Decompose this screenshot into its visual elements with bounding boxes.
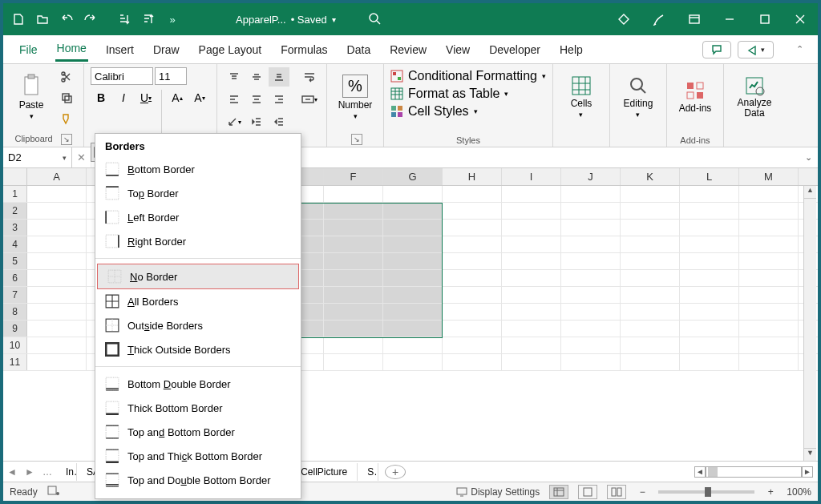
tab-review[interactable]: Review	[388, 38, 428, 61]
cell[interactable]	[621, 236, 680, 252]
cell[interactable]	[621, 203, 680, 219]
macro-record-icon[interactable]	[47, 485, 60, 498]
comments-button[interactable]	[702, 41, 731, 58]
cell[interactable]	[561, 354, 621, 370]
select-all-corner[interactable]	[3, 168, 27, 186]
sort-desc-icon[interactable]	[138, 8, 159, 30]
cell[interactable]	[502, 337, 561, 353]
cell[interactable]	[621, 186, 680, 202]
cell[interactable]	[27, 236, 87, 252]
format-painter-icon[interactable]	[56, 109, 77, 128]
border-none-item[interactable]: No Border	[97, 264, 299, 289]
qat-more-icon[interactable]: »	[162, 8, 183, 30]
title-chevron-icon[interactable]: ▾	[332, 15, 336, 24]
page-break-view-icon[interactable]	[607, 485, 626, 499]
orientation-icon[interactable]: ▾	[224, 112, 245, 131]
col-A[interactable]: A	[27, 168, 87, 185]
cell[interactable]	[443, 253, 502, 269]
cell[interactable]	[680, 270, 739, 286]
cell[interactable]	[561, 287, 621, 303]
cell[interactable]	[324, 270, 383, 286]
sheet-nav-next[interactable]: ►	[21, 466, 38, 478]
cell[interactable]	[680, 236, 739, 252]
cell[interactable]	[561, 321, 621, 337]
zoom-slider[interactable]	[658, 490, 754, 494]
tab-formulas[interactable]: Formulas	[279, 38, 329, 61]
row-header[interactable]: 6	[3, 270, 27, 286]
cell[interactable]	[561, 236, 621, 252]
number-launcher[interactable]: ↘	[351, 134, 362, 145]
cell[interactable]	[27, 253, 87, 269]
cell[interactable]	[324, 354, 383, 370]
format-as-table-button[interactable]: Format as Table▾	[390, 87, 508, 101]
align-middle-icon[interactable]	[246, 67, 267, 87]
cell[interactable]	[324, 203, 383, 219]
align-center-icon[interactable]	[246, 90, 267, 109]
increase-indent-icon[interactable]	[269, 112, 289, 131]
display-settings-button[interactable]: Display Settings	[456, 486, 540, 498]
cell[interactable]	[443, 287, 502, 303]
tab-help[interactable]: Help	[558, 38, 584, 61]
cell[interactable]	[383, 321, 443, 337]
cell[interactable]	[443, 337, 502, 353]
cell[interactable]	[27, 304, 87, 320]
cell[interactable]	[27, 270, 87, 286]
cell[interactable]	[739, 186, 799, 202]
row-header[interactable]: 7	[3, 287, 27, 303]
border-topthickbottom-item[interactable]: Top and Thick Bottom Border	[95, 444, 301, 468]
search-icon[interactable]	[368, 12, 381, 27]
cell[interactable]	[324, 253, 383, 269]
cell[interactable]	[383, 236, 443, 252]
cell[interactable]	[680, 253, 739, 269]
cell[interactable]	[324, 304, 383, 320]
cell[interactable]	[27, 186, 87, 202]
bold-button[interactable]: B	[91, 88, 111, 107]
cell[interactable]	[502, 186, 561, 202]
row-header[interactable]: 9	[3, 321, 27, 337]
cell[interactable]	[561, 186, 621, 202]
open-file-icon[interactable]	[32, 8, 53, 30]
border-dblbottom-item[interactable]: Bottom Double Border	[95, 372, 301, 396]
col-L[interactable]: L	[680, 168, 739, 185]
addins-button[interactable]: Add-ins	[673, 67, 717, 127]
cell[interactable]	[621, 220, 680, 236]
border-topdblbottom-item[interactable]: Top and Double Bottom Border	[95, 468, 301, 492]
cell[interactable]	[324, 321, 383, 337]
cell[interactable]	[502, 321, 561, 337]
align-left-icon[interactable]	[224, 90, 245, 109]
tab-pagelayout[interactable]: Page Layout	[197, 38, 264, 61]
col-J[interactable]: J	[561, 168, 621, 185]
col-H[interactable]: H	[443, 168, 502, 185]
cell[interactable]	[561, 220, 621, 236]
merge-center-icon[interactable]: ▾	[299, 90, 320, 109]
underline-button[interactable]: U ▾	[135, 88, 156, 107]
cell[interactable]	[383, 304, 443, 320]
cell[interactable]	[680, 321, 739, 337]
cell[interactable]	[383, 270, 443, 286]
paste-button[interactable]: Paste ▾	[10, 67, 53, 127]
share-button[interactable]: ▾	[738, 41, 774, 58]
horizontal-scrollbar[interactable]: ◄►	[412, 466, 818, 478]
cell[interactable]	[621, 304, 680, 320]
collapse-ribbon-icon[interactable]: ⌃	[796, 44, 803, 54]
cell[interactable]	[502, 270, 561, 286]
new-file-icon[interactable]	[8, 8, 29, 30]
tab-draw[interactable]: Draw	[152, 38, 181, 61]
font-size-input[interactable]	[155, 67, 187, 85]
wrap-text-icon[interactable]	[299, 67, 320, 87]
cell[interactable]	[561, 337, 621, 353]
cell[interactable]	[739, 253, 799, 269]
cell[interactable]	[739, 287, 799, 303]
tab-view[interactable]: View	[444, 38, 471, 61]
increase-font-icon[interactable]: A▴	[167, 88, 188, 107]
cell[interactable]	[739, 354, 799, 370]
row-header[interactable]: 5	[3, 253, 27, 269]
cell[interactable]	[324, 236, 383, 252]
row-header[interactable]: 10	[3, 337, 27, 353]
copy-icon[interactable]	[56, 88, 77, 107]
cell[interactable]	[621, 253, 680, 269]
cells-button[interactable]: Cells▾	[560, 67, 603, 127]
cell[interactable]	[502, 203, 561, 219]
cell[interactable]	[443, 304, 502, 320]
row-header[interactable]: 2	[3, 203, 27, 219]
